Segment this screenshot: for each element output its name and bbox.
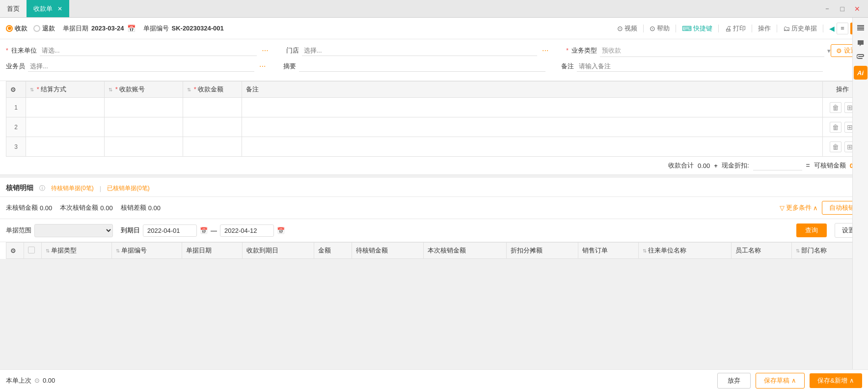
bth-dept-label: 部门名称 xyxy=(801,247,827,254)
summary-input[interactable] xyxy=(299,61,545,72)
query-button[interactable]: 查询 xyxy=(796,223,827,237)
completed-tab[interactable]: 已核销单据(0笔) xyxy=(107,184,150,193)
th-account-label: 收款账号 xyxy=(119,85,145,93)
shortcut-icon: ⌨ xyxy=(682,25,692,32)
uncancelled-value: 0.00 xyxy=(40,204,52,212)
sort-icon: ⇅ xyxy=(46,248,50,253)
this-doc-info-icon[interactable]: ⊙ xyxy=(34,377,40,384)
th-amount-label: 收款金额 xyxy=(198,85,223,93)
number-value[interactable]: SK-20230324-001 xyxy=(172,25,224,32)
sidebar-table-icon[interactable] xyxy=(854,22,868,35)
bth-due-date: 收款到期日 xyxy=(242,243,314,259)
tab-receipt[interactable]: 收款单 ✕ xyxy=(27,0,69,17)
row-amount-2[interactable] xyxy=(183,117,242,137)
receipt-radio[interactable]: 收款 xyxy=(6,24,27,33)
biz-type-arrow[interactable]: ▾ xyxy=(827,47,831,55)
row-account-1[interactable] xyxy=(105,98,183,117)
diff-value: 0.00 xyxy=(148,204,161,212)
tab-home[interactable]: 首页 xyxy=(0,0,27,17)
minimize-button[interactable]: － xyxy=(821,3,834,14)
abandon-button[interactable]: 放弃 xyxy=(717,373,751,389)
main-table: ⚙ ⇅ * 结算方式 ⇅ * 收款账号 ⇅ * 收款金额 xyxy=(6,81,862,157)
tab-close-icon[interactable]: ✕ xyxy=(57,5,62,12)
doc-range-select[interactable] xyxy=(34,224,113,237)
ai-label: Ai xyxy=(857,69,864,77)
store-input[interactable] xyxy=(302,45,537,56)
maximize-button[interactable]: □ xyxy=(838,4,847,14)
req-mark: * xyxy=(115,85,118,93)
operation-button[interactable]: 操作 xyxy=(758,24,771,33)
video-button[interactable]: ⊙ 视频 xyxy=(617,24,637,33)
remark-input[interactable] xyxy=(577,61,823,72)
delete-icon[interactable]: 🗑 xyxy=(830,141,841,152)
list-view-icon[interactable]: ≡ xyxy=(837,23,848,34)
right-sidebar: Ai xyxy=(852,18,868,369)
date-label: 单据日期 xyxy=(63,24,88,33)
partner-input[interactable] xyxy=(40,45,257,56)
select-all-checkbox[interactable] xyxy=(28,247,35,253)
verify-right: ▽ 更多条件 ∧ 自动核销 xyxy=(780,201,862,215)
sidebar-attachment-icon[interactable] xyxy=(854,51,868,65)
row-remark-2[interactable] xyxy=(242,117,823,137)
save-draft-label: 保存草稿 xyxy=(764,376,789,385)
number-label: 单据编号 xyxy=(143,24,169,33)
divider2 xyxy=(676,25,676,32)
close-button[interactable]: ✕ xyxy=(851,4,863,14)
history-button[interactable]: 🗂 历史单据 xyxy=(783,24,817,33)
row-settlement-3[interactable] xyxy=(26,137,105,157)
help-button[interactable]: ⊙ 帮助 xyxy=(650,24,670,33)
number-field-group: 单据编号 SK-20230324-001 xyxy=(143,24,224,33)
row-settlement-1[interactable] xyxy=(26,98,105,117)
delete-icon[interactable]: 🗑 xyxy=(830,122,841,133)
save-new-button[interactable]: 保存&新增 ∧ xyxy=(810,373,862,388)
row-amount-1[interactable] xyxy=(183,98,242,117)
calendar-to-icon[interactable]: 📅 xyxy=(277,227,285,234)
staff-input[interactable] xyxy=(28,61,254,72)
sidebar-chat-icon[interactable] xyxy=(854,36,868,50)
video-icon: ⊙ xyxy=(617,25,623,32)
delete-icon[interactable]: 🗑 xyxy=(830,102,841,113)
row-remark-1[interactable] xyxy=(242,98,823,117)
verify-header: 核销明细 ⓘ 待核销单据(0笔) | 已核销单据(0笔) xyxy=(0,180,868,197)
staff-more-icon[interactable]: ··· xyxy=(257,62,268,71)
divider1 xyxy=(643,25,644,32)
discount-input[interactable] xyxy=(753,161,802,170)
biz-type-value[interactable]: 预收款 xyxy=(600,45,824,57)
refund-radio[interactable]: 退款 xyxy=(33,24,55,33)
calendar-from-icon[interactable]: 📅 xyxy=(200,227,208,234)
prev-view-icon[interactable]: ◀ xyxy=(829,25,835,32)
bth-sales-order: 销售订单 xyxy=(578,243,638,259)
bth-gear[interactable]: ⚙ xyxy=(6,243,24,259)
th-gear[interactable]: ⚙ xyxy=(6,82,26,98)
divider5 xyxy=(777,25,777,32)
remark-label: 备注 xyxy=(561,62,574,71)
operation-label: 操作 xyxy=(758,24,771,33)
bth-discount-label: 折扣分摊额 xyxy=(511,247,542,254)
bth-pending-label: 待核销金额 xyxy=(356,247,388,254)
total-label: 收款合计 xyxy=(668,161,694,170)
row-account-2[interactable] xyxy=(105,117,183,137)
sort-icon: ⇅ xyxy=(30,87,34,92)
row-amount-3[interactable] xyxy=(183,137,242,157)
pending-tab[interactable]: 待核销单据(0笔) xyxy=(51,184,94,193)
footer-left: 本单上次 ⊙ 0.00 xyxy=(6,376,55,385)
date-value[interactable]: 2023-03-24 xyxy=(91,25,124,32)
due-date-label: 到期日 xyxy=(121,226,140,235)
row-settlement-2[interactable] xyxy=(26,117,105,137)
calendar-icon[interactable]: 📅 xyxy=(127,25,136,32)
row-account-3[interactable] xyxy=(105,137,183,157)
save-draft-button[interactable]: 保存草稿 ∧ xyxy=(756,373,805,389)
row-remark-3[interactable] xyxy=(242,137,823,157)
date-from-input[interactable] xyxy=(143,224,197,237)
sidebar-camera-icon[interactable]: Ai xyxy=(854,66,868,80)
bth-doc-type: ⇅ 单据类型 xyxy=(42,243,112,259)
partner-more-icon[interactable]: ··· xyxy=(260,46,270,55)
info-icon[interactable]: ⓘ xyxy=(39,184,45,193)
more-conditions-btn[interactable]: ▽ 更多条件 ∧ xyxy=(780,203,818,212)
shortcut-button[interactable]: ⌨ 快捷键 xyxy=(682,24,712,33)
remark-field: 备注 xyxy=(561,61,823,72)
print-button[interactable]: 🖨 打印 xyxy=(725,24,746,33)
store-more-icon[interactable]: ··· xyxy=(540,46,550,55)
bth-pending: 待核销金额 xyxy=(352,243,423,259)
date-to-input[interactable] xyxy=(220,224,274,237)
